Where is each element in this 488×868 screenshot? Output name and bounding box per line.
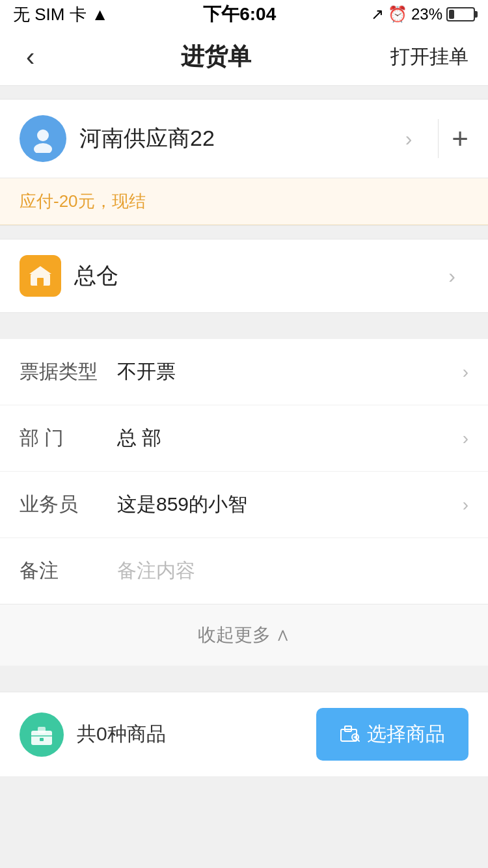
supplier-card: 河南供应商22 › + 应付-20元，现结 bbox=[0, 99, 488, 226]
invoice-type-chevron-icon: › bbox=[463, 362, 468, 383]
gap-1 bbox=[0, 86, 488, 99]
invoice-type-value: 不开票 bbox=[98, 359, 456, 385]
invoice-type-row[interactable]: 票据类型 不开票 › bbox=[0, 339, 488, 405]
divider bbox=[438, 119, 439, 158]
remark-value[interactable]: 备注内容 bbox=[98, 558, 468, 584]
department-label: 部 门 bbox=[20, 425, 98, 452]
alarm-icon: ⏰ bbox=[388, 5, 407, 23]
avatar-icon bbox=[29, 124, 57, 153]
time-label: 下午6:04 bbox=[203, 2, 276, 27]
svg-point-0 bbox=[37, 129, 49, 141]
bottom-product-bar: 共0种商品 选择商品 bbox=[0, 692, 488, 776]
svg-marker-3 bbox=[29, 266, 51, 274]
product-svg bbox=[29, 722, 55, 748]
salesperson-row[interactable]: 业务员 这是859的小智 › bbox=[0, 472, 488, 538]
gap-4 bbox=[0, 666, 488, 679]
department-value: 总 部 bbox=[98, 425, 456, 452]
invoice-type-label: 票据类型 bbox=[20, 359, 98, 385]
supplier-name: 河南供应商22 bbox=[79, 124, 405, 154]
product-icon bbox=[20, 712, 64, 757]
select-product-icon bbox=[340, 724, 360, 745]
carrier-label: 无 SIM 卡 bbox=[13, 3, 87, 26]
remark-label: 备注 bbox=[20, 558, 98, 584]
department-chevron-icon: › bbox=[463, 428, 468, 449]
status-left: 无 SIM 卡 ▲ bbox=[13, 3, 108, 26]
warehouse-svg bbox=[28, 264, 53, 288]
battery-icon bbox=[446, 7, 475, 21]
salesperson-chevron-icon: › bbox=[463, 495, 468, 515]
warehouse-card[interactable]: 总仓 › bbox=[0, 239, 488, 313]
page-title: 进货单 bbox=[181, 41, 251, 73]
back-button[interactable]: ‹ bbox=[20, 36, 41, 78]
collapse-button[interactable]: 收起更多 ∧ bbox=[0, 604, 488, 666]
battery-label: 23% bbox=[411, 5, 442, 23]
notice-text: 应付-20元，现结 bbox=[20, 191, 146, 211]
chevron-right-icon: › bbox=[405, 127, 413, 151]
svg-rect-8 bbox=[40, 738, 44, 741]
svg-rect-6 bbox=[38, 727, 46, 733]
warehouse-name: 总仓 bbox=[74, 261, 448, 291]
nav-bar: ‹ 进货单 打开挂单 bbox=[0, 29, 488, 86]
svg-point-1 bbox=[34, 143, 52, 153]
notice-banner: 应付-20元，现结 bbox=[0, 178, 488, 225]
svg-rect-4 bbox=[37, 278, 44, 286]
salesperson-value: 这是859的小智 bbox=[98, 491, 456, 518]
warehouse-chevron-icon: › bbox=[448, 264, 455, 288]
wifi-icon: ▲ bbox=[92, 5, 109, 25]
gap-3 bbox=[0, 313, 488, 326]
select-product-button[interactable]: 选择商品 bbox=[316, 708, 468, 761]
supplier-row[interactable]: 河南供应商22 › + bbox=[0, 100, 488, 178]
department-row[interactable]: 部 门 总 部 › bbox=[0, 405, 488, 472]
select-product-label: 选择商品 bbox=[367, 721, 445, 748]
add-supplier-button[interactable]: + bbox=[452, 124, 468, 153]
warehouse-icon bbox=[20, 255, 61, 297]
remark-row[interactable]: 备注 备注内容 bbox=[0, 538, 488, 604]
gap-2 bbox=[0, 226, 488, 239]
form-section: 票据类型 不开票 › 部 门 总 部 › 业务员 这是859的小智 › 备注 备… bbox=[0, 339, 488, 604]
status-bar: 无 SIM 卡 ▲ 下午6:04 ↗ ⏰ 23% bbox=[0, 0, 488, 29]
product-count-label: 共0种商品 bbox=[77, 721, 316, 748]
avatar bbox=[20, 115, 66, 162]
warehouse-row[interactable]: 总仓 › bbox=[0, 239, 488, 312]
status-right: ↗ ⏰ 23% bbox=[371, 5, 475, 23]
salesperson-label: 业务员 bbox=[20, 491, 98, 518]
location-icon: ↗ bbox=[371, 5, 384, 23]
open-pending-button[interactable]: 打开挂单 bbox=[390, 44, 468, 70]
